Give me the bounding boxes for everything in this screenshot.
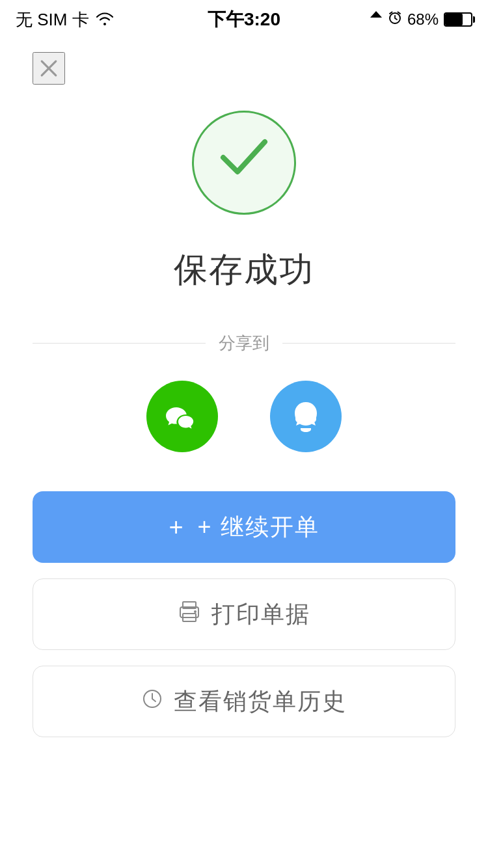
svg-point-5 [311, 416, 316, 422]
svg-point-4 [295, 416, 301, 422]
action-buttons: + + 继续开单 打印单据 查看销货单历 [33, 491, 455, 737]
continue-label: + 继续开单 [195, 511, 319, 543]
share-divider: 分享到 [33, 332, 455, 355]
print-label: 打印单据 [211, 599, 310, 631]
history-icon [141, 688, 163, 716]
wifi-icon [96, 10, 114, 30]
status-bar: 无 SIM 卡 下午3:20 68% [0, 0, 488, 39]
svg-point-9 [194, 610, 197, 613]
history-button[interactable]: 查看销货单历史 [33, 666, 455, 737]
share-label: 分享到 [206, 332, 282, 355]
battery-icon [444, 12, 472, 27]
qq-share-button[interactable] [270, 381, 342, 452]
divider-left [33, 343, 206, 344]
alarm-icon [388, 10, 402, 29]
print-icon [178, 601, 201, 629]
continue-button[interactable]: + + 继续开单 [33, 491, 455, 563]
battery-percent: 68% [407, 10, 439, 29]
status-left: 无 SIM 卡 [16, 8, 114, 31]
history-label: 查看销货单历史 [174, 686, 347, 718]
checkmark-icon [218, 134, 270, 188]
print-button[interactable]: 打印单据 [33, 578, 455, 650]
share-icons-row [33, 381, 455, 452]
status-right: 68% [370, 10, 472, 29]
wechat-share-button[interactable] [146, 381, 218, 452]
continue-icon: + [169, 513, 184, 541]
carrier-text: 无 SIM 卡 [16, 8, 89, 31]
divider-right [282, 343, 455, 344]
success-title: 保存成功 [174, 247, 314, 293]
main-content: 保存成功 分享到 [0, 39, 488, 737]
status-time: 下午3:20 [208, 7, 280, 32]
close-button[interactable] [33, 52, 65, 85]
share-section: 分享到 [33, 332, 455, 452]
location-icon [370, 10, 383, 29]
success-icon-circle [192, 111, 296, 215]
